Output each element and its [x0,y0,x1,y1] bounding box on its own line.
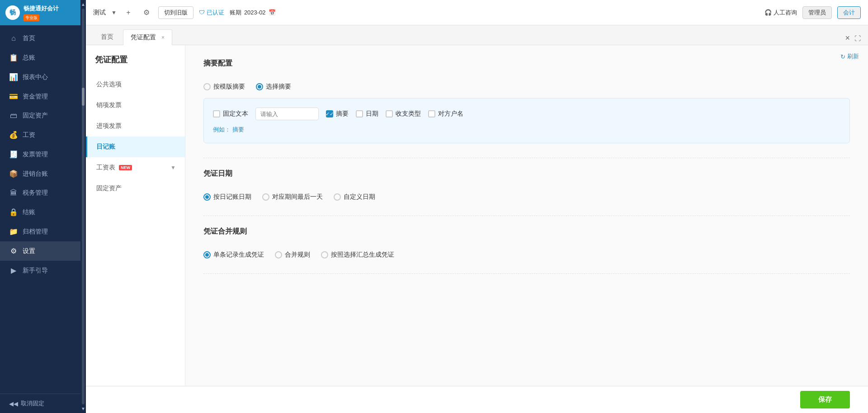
config-nav-fixed-assets[interactable]: 固定资产 [86,178,185,199]
tab-voucher-config[interactable]: 凭证配置 × [123,29,172,45]
topbar: 测试 ▼ + ⚙ 切到旧版 🛡 已认证 账期 2023-02 📅 🎧 人工 [86,0,868,25]
tab-close-icon[interactable]: × [161,34,165,41]
summary-radio-template[interactable]: 按模版摘要 [203,83,245,91]
tab-close-window-icon[interactable]: × [845,33,850,43]
radio-merge-rule-btn [275,251,282,258]
checkbox-summary[interactable]: ✓ 摘要 [326,110,349,118]
radio-single-btn [203,251,211,258]
sidebar-item-guide[interactable]: ▶ 新手引导 [0,261,80,280]
sidebar-scrollbar: ▲ ▼ [80,0,86,413]
tab-expand-icon[interactable]: ⛶ [854,35,861,42]
sidebar: 畅 畅捷通好会计 专业版 ⌂ 首页 📋 总账 📊 报表中心 💳 资金管理 [0,0,80,413]
save-btn[interactable]: 保存 [800,391,850,408]
config-nav: 凭证配置 公共选项 销项发票 进项发票 日记账 工资表 N [86,45,185,386]
invoice-icon: 🧾 [9,150,18,159]
sidebar-item-label-guide: 新手引导 [23,267,48,275]
checkbox-payment-type-btn [386,110,393,117]
ledger-icon: 📋 [9,53,18,62]
cancel-fixed-btn[interactable]: ◀◀ 取消固定 [9,399,71,408]
main-area: 测试 ▼ + ⚙ 切到旧版 🛡 已认证 账期 2023-02 📅 🎧 人工 [86,0,868,413]
tab-home[interactable]: 首页 [93,29,121,45]
example-text: 例如： 摘要 [213,126,840,134]
sidebar-item-capital[interactable]: 💳 资金管理 [0,87,80,106]
page-title: 凭证配置 [86,54,185,74]
radio-single-label: 单条记录生成凭证 [213,251,264,259]
merge-section-title: 凭证合并规则 [203,227,850,242]
config-nav-journal[interactable]: 日记账 [86,136,185,157]
checkbox-summary-btn: ✓ [326,110,333,117]
summary-config-box: 固定文本 ✓ 摘要 日期 [203,98,850,143]
divider-1 [203,158,850,158]
manager-btn[interactable]: 管理员 [802,6,832,19]
checkbox-date-btn [356,110,363,117]
sidebar-item-home[interactable]: ⌂ 首页 [0,29,80,48]
sidebar-item-close[interactable]: 🔒 结账 [0,202,80,222]
config-nav-salary-table[interactable]: 工资表 NEW ▼ [86,157,185,178]
sidebar-item-ledger[interactable]: 📋 总账 [0,48,80,67]
radio-select-summary-btn [321,251,328,258]
radio-journal-date-label: 按日记账日期 [213,193,251,201]
cancel-fixed-label: 取消固定 [21,399,44,408]
sidebar-item-salary[interactable]: 💰 工资 [0,125,80,145]
logo-badge: 专业版 [24,14,39,21]
scroll-down-arrow-icon[interactable]: ▼ [81,406,85,411]
date-radio-journal[interactable]: 按日记账日期 [203,193,251,201]
date-section: 凭证日期 按日记账日期 对应期间最后一天 [203,169,850,201]
sidebar-item-label-invoice: 发票管理 [23,150,48,159]
add-btn[interactable]: + [122,6,135,19]
checkbox-counterpart-btn [428,110,435,117]
sidebar-item-report[interactable]: 📊 报表中心 [0,67,80,87]
config-nav-public[interactable]: 公共选项 [86,74,185,95]
summary-radio-select[interactable]: 选择摘要 [256,83,291,91]
config-nav-sales-label: 销项发票 [96,101,122,108]
sidebar-item-tax[interactable]: 🏛 税务管理 [0,183,80,202]
topbar-settings-btn[interactable]: ⚙ [140,6,153,19]
sidebar-item-settings[interactable]: ⚙ 设置 [0,241,80,261]
date-radio-custom[interactable]: 自定义日期 [334,193,375,201]
content-area: 凭证配置 公共选项 销项发票 进项发票 日记账 工资表 N [86,45,868,386]
sidebar-logo: 畅 畅捷通好会计 专业版 [0,0,80,25]
config-content: ↻ 刷新 摘要配置 按模版摘要 选择 [185,45,868,386]
checkbox-date[interactable]: 日期 [356,110,378,118]
cancel-fixed-arrow-icon: ◀◀ [9,400,18,407]
merge-radio-single[interactable]: 单条记录生成凭证 [203,251,264,259]
sidebar-item-label-home: 首页 [23,34,35,42]
capital-icon: 💳 [9,92,18,101]
consult-btn[interactable]: 🎧 人工咨询 [764,9,797,17]
workspace-dropdown-icon[interactable]: ▼ [111,9,117,16]
sidebar-item-assets[interactable]: 🗃 固定资产 [0,106,80,125]
switch-old-btn[interactable]: 切到旧版 [158,6,193,19]
sidebar-item-label-archive: 归档管理 [23,228,48,236]
accountant-btn[interactable]: 会计 [837,6,861,19]
period-info: 账期 2023-02 📅 [230,9,276,17]
radio-select-summary-label: 按照选择汇总生成凭证 [331,251,394,259]
salary-icon: 💰 [9,131,18,139]
radio-custom-date-btn [334,193,341,201]
date-radio-period-last[interactable]: 对应期间最后一天 [262,193,323,201]
config-nav-sales-invoice[interactable]: 销项发票 [86,95,185,116]
sidebar-item-purchase[interactable]: 📦 进销台账 [0,164,80,183]
date-section-title: 凭证日期 [203,169,850,184]
divider-2 [203,216,850,216]
calendar-icon[interactable]: 📅 [269,9,276,16]
scroll-up-arrow-icon[interactable]: ▲ [81,2,85,7]
sidebar-item-label-report: 报表中心 [23,73,48,81]
sidebar-item-archive[interactable]: 📁 归档管理 [0,222,80,241]
config-nav-purchase-invoice[interactable]: 进项发票 [86,116,185,136]
fixed-text-input[interactable] [255,108,319,120]
archive-icon: 📁 [9,227,18,236]
sidebar-item-invoice[interactable]: 🧾 发票管理 [0,145,80,164]
example-value: 摘要 [232,126,244,133]
refresh-btn[interactable]: ↻ 刷新 [840,52,859,61]
checkbox-fixed-text-label: 固定文本 [223,110,248,118]
merge-radio-merge-rule[interactable]: 合并规则 [275,251,310,259]
summary-config-row: 固定文本 ✓ 摘要 日期 [213,108,840,120]
home-icon: ⌂ [9,34,18,42]
merge-radio-select-summary[interactable]: 按照选择汇总生成凭证 [321,251,394,259]
checkbox-payment-type-label: 收支类型 [396,110,421,118]
checkbox-payment-type[interactable]: 收支类型 [386,110,421,118]
checkbox-counterpart[interactable]: 对方户名 [428,110,463,118]
logo-name: 畅捷通好会计 [24,5,59,13]
checkbox-fixed-text[interactable]: 固定文本 [213,110,248,118]
config-nav-fixed-label: 固定资产 [96,184,122,192]
